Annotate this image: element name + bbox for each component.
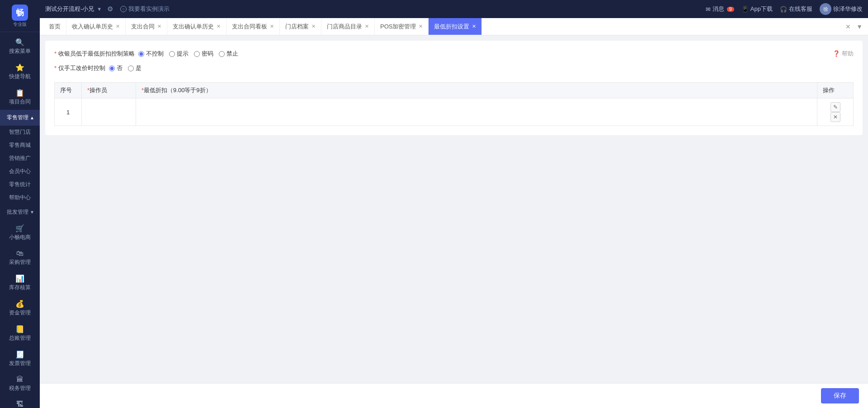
sidebar-item-purchase[interactable]: 🛍 采购管理 [0, 245, 40, 270]
sidebar-item-retail[interactable]: 零售管理 ▲ [0, 110, 40, 126]
tab-expense-board-close[interactable]: ✕ [270, 23, 274, 29]
tab-min-discount-close[interactable]: ✕ [472, 23, 476, 29]
radio-manual-yes-input[interactable] [128, 66, 134, 71]
tab-expense-contract-close[interactable]: ✕ [157, 23, 161, 29]
bottom-bar: 保存 [40, 383, 868, 408]
sidebar-label-invoice: 发票管理 [9, 360, 31, 367]
tab-income-history-close[interactable]: ✕ [116, 23, 120, 29]
app-download-item[interactable]: 📱 App下载 [741, 5, 773, 13]
row-delete-button[interactable]: ✕ [830, 112, 840, 122]
tab-home-label: 首页 [49, 23, 61, 31]
save-button[interactable]: 保存 [821, 388, 859, 403]
radio-remind-label: 提示 [177, 50, 189, 58]
sidebar-item-ledger[interactable]: 📒 总账管理 [0, 321, 40, 346]
content-panel: * 收银员低于最低折扣控制策略 不控制 提示 密码 [45, 41, 863, 135]
col-header-actions: 操作 [817, 83, 854, 98]
radio-manual-no[interactable]: 否 [109, 64, 123, 72]
tab-expense-board[interactable]: 支出合同看板 ✕ [226, 18, 280, 35]
sidebar-item-tax[interactable]: 🏛 税务管理 [0, 371, 40, 396]
tab-store-products-close[interactable]: ✕ [365, 23, 369, 29]
cashier-strategy-row: * 收银员低于最低折扣控制策略 不控制 提示 密码 [54, 50, 854, 58]
radio-manual-yes[interactable]: 是 [128, 64, 142, 72]
tab-min-discount-label: 最低折扣设置 [434, 23, 469, 31]
radio-manual-no-input[interactable] [109, 66, 115, 71]
row-edit-button[interactable]: ✎ [830, 102, 840, 112]
radio-password[interactable]: 密码 [194, 50, 213, 58]
tab-expense-contract[interactable]: 支出合同 ✕ [126, 18, 167, 35]
sidebar-item-wholesale[interactable]: 批发管理 ▼ [0, 204, 40, 220]
radio-ban-input[interactable] [219, 51, 225, 57]
radio-remind-input[interactable] [169, 51, 175, 57]
sidebar-item-project[interactable]: 📋 项目合同 [0, 84, 40, 110]
tabbar-actions: ✕ ▼ [844, 22, 864, 31]
tab-store-products-label: 门店商品目录 [327, 23, 362, 31]
app-download-label: App下载 [750, 5, 773, 13]
sidebar-label-search: 搜索菜单 [9, 47, 31, 55]
logo-area: 畅 专业版 [0, 0, 40, 32]
sidebar-label-ecommerce: 小畅电商 [9, 234, 31, 241]
contract-icon: 📋 [15, 89, 24, 97]
sidebar-label-quicknav: 快捷导航 [9, 73, 31, 80]
project-name: 测试分开流程-小兄 [45, 5, 94, 13]
sidebar-item-mall[interactable]: 零售商城 [0, 139, 40, 152]
user-menu[interactable]: 徐 徐泽华修改 [820, 3, 863, 15]
tab-income-history[interactable]: 收入确认单历史 ✕ [66, 18, 126, 35]
tab-pos-encrypt[interactable]: POS加密管理 ✕ [375, 18, 429, 35]
sidebar-item-search[interactable]: 🔍 搜索菜单 [0, 34, 40, 59]
topbar-gear-icon[interactable]: ⚙ [107, 5, 113, 13]
col-header-seq: 序号 [55, 83, 82, 98]
tab-home[interactable]: 首页 [43, 18, 66, 35]
sidebar-item-quicknav[interactable]: ⭐ 快捷导航 [0, 59, 40, 84]
sidebar-item-retail-stats[interactable]: 零售统计 [0, 178, 40, 191]
sidebar-item-ecommerce[interactable]: 🛒 小畅电商 [0, 220, 40, 245]
online-service-label: 在线客服 [789, 5, 812, 13]
topbar-right: ✉ 消息 9 📱 App下载 🎧 在线客服 徐 徐泽华修改 [706, 3, 863, 15]
app-download-icon: 📱 [741, 6, 749, 13]
sidebar-label-project: 项目合同 [9, 98, 31, 106]
radio-no-control[interactable]: 不控制 [138, 50, 164, 58]
demo-link[interactable]: ○ 我要看实例演示 [120, 5, 170, 13]
sidebar-label-fund: 资金管理 [9, 309, 31, 317]
sidebar-item-fund[interactable]: 💰 资金管理 [0, 295, 40, 321]
project-dropdown-icon: ▼ [97, 6, 102, 12]
fund-icon: 💰 [15, 300, 24, 308]
online-service-item[interactable]: 🎧 在线客服 [780, 5, 812, 13]
tab-expense-board-label: 支出合同看板 [232, 23, 267, 31]
sidebar-item-marketing[interactable]: 营销推广 [0, 152, 40, 165]
message-icon: ✉ [706, 6, 711, 13]
radio-password-input[interactable] [194, 51, 200, 57]
discount-table: 序号 *操作员 *最低折扣（9.00等于9折） 操作 [54, 82, 854, 126]
tab-menu-icon[interactable]: ▼ [854, 22, 864, 31]
tab-expense-history[interactable]: 支出确认单历史 ✕ [167, 18, 226, 35]
tab-store-profile-close[interactable]: ✕ [311, 23, 316, 29]
manual-price-row: * 仅手工改价时控制 否 是 [54, 64, 854, 72]
tab-min-discount[interactable]: 最低折扣设置 ✕ [429, 18, 482, 35]
cashier-radio-group: 不控制 提示 密码 禁止 [138, 50, 238, 58]
col-discount-label-text: 最低折扣（9.00等于9折） [144, 87, 212, 94]
tab-close-all-icon[interactable]: ✕ [844, 22, 853, 31]
sidebar-item-help[interactable]: 帮助中心 [0, 191, 40, 204]
table-container: 序号 *操作员 *最低折扣（9.00等于9折） 操作 [54, 79, 854, 126]
tab-store-profile[interactable]: 门店档案 ✕ [280, 18, 321, 35]
tax-icon: 🏛 [16, 375, 24, 384]
chevron-up-icon: ▲ [30, 115, 34, 120]
sidebar-item-inventory[interactable]: 📊 库存核算 [0, 270, 40, 295]
sidebar-item-invoice[interactable]: 🧾 发票管理 [0, 346, 40, 371]
radio-no-control-input[interactable] [138, 51, 144, 57]
sidebar-item-smart-store[interactable]: 智慧门店 [0, 126, 40, 139]
message-item[interactable]: ✉ 消息 9 [706, 5, 734, 13]
radio-remind[interactable]: 提示 [169, 50, 189, 58]
sidebar-item-asset[interactable]: 🏗 固定资产 [0, 396, 40, 408]
sidebar-item-member[interactable]: 会员中心 [0, 165, 40, 178]
table-row: 1 ✎ ✕ [55, 98, 854, 126]
manual-price-text: 仅手工改价时控制 [58, 65, 105, 71]
tab-expense-history-close[interactable]: ✕ [217, 23, 221, 29]
tab-store-products[interactable]: 门店商品目录 ✕ [321, 18, 375, 35]
logo-text: 专业版 [13, 22, 27, 27]
tab-pos-encrypt-close[interactable]: ✕ [419, 23, 423, 29]
project-selector[interactable]: 测试分开流程-小兄 ▼ [45, 5, 102, 13]
radio-ban[interactable]: 禁止 [219, 50, 238, 58]
purchase-icon: 🛍 [16, 249, 24, 258]
help-icon[interactable]: ❓ 帮助 [833, 50, 854, 58]
cell-actions: ✎ ✕ [817, 98, 854, 126]
